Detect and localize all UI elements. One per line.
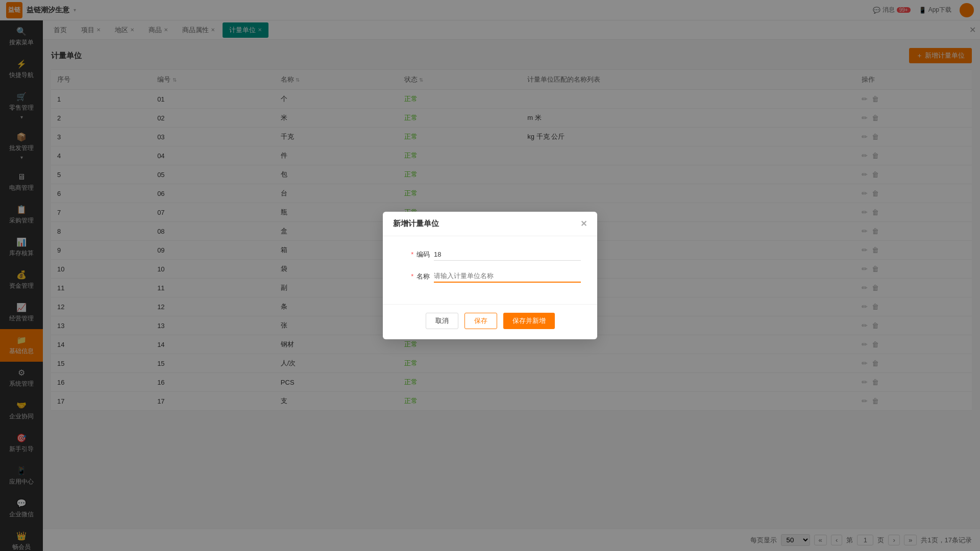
form-row-name: * 名称 [399,270,581,283]
save-button[interactable]: 保存 [464,313,497,329]
modal-title: 新增计量单位 [393,219,439,229]
form-row-code: * 编码 [399,248,581,261]
modal-header: 新增计量单位 ✕ [383,212,597,236]
modal-footer: 取消 保存 保存并新增 [383,304,597,339]
modal-add-unit: 新增计量单位 ✕ * 编码 * 名称 取消 保存 保存并新增 [383,212,597,339]
name-required-mark: * [411,272,413,280]
modal-body: * 编码 * 名称 [383,236,597,304]
modal-overlay[interactable]: 新增计量单位 ✕ * 编码 * 名称 取消 保存 保存并新增 [0,0,980,551]
name-label: * 名称 [399,272,430,281]
name-input[interactable] [434,270,581,283]
code-required-mark: * [411,251,413,258]
save-and-new-button[interactable]: 保存并新增 [503,313,555,329]
code-input[interactable] [434,248,581,261]
code-label: * 编码 [399,250,430,259]
modal-close-button[interactable]: ✕ [580,219,587,229]
cancel-button[interactable]: 取消 [426,313,458,329]
